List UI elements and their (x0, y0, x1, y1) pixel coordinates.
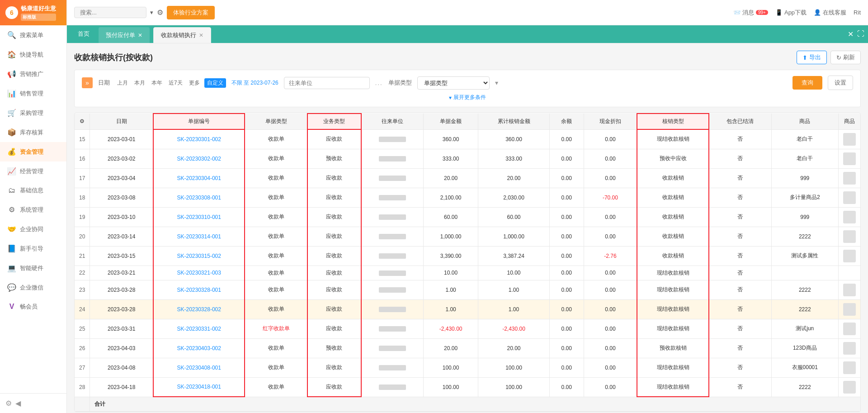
doc-no-link[interactable]: SK-20230315-002 (177, 253, 221, 259)
search-input[interactable] (74, 7, 146, 18)
gear-icon[interactable]: ⚙ (157, 8, 163, 17)
cell-balance: 0.00 (549, 280, 584, 299)
col-cancel-type: 核销类型 (637, 114, 709, 129)
cell-cancel-type: 收款核销 (637, 168, 709, 188)
sidebar-item-operations[interactable]: 📈 经营管理 (0, 161, 66, 181)
tab-prepay-close[interactable]: ✕ (138, 32, 142, 38)
username-label: Rit (854, 9, 861, 16)
sidebar-item-inventory[interactable]: 📦 库存核算 (0, 123, 66, 142)
cell-doc-no: SK-20230408-001 (153, 358, 245, 377)
cell-include-settled: 否 (709, 377, 771, 397)
more-btn[interactable]: 更多 (187, 78, 202, 88)
collapse-icon[interactable]: ◀ (15, 399, 21, 408)
sidebar-item-marketing[interactable]: 📢 营销推广 (0, 64, 66, 84)
cell-accum-cancel: 20.00 (478, 338, 549, 358)
cell-biz-type: 应收款 (307, 207, 361, 227)
cell-no: 26 (75, 338, 90, 358)
cell-amount: 1,000.00 (423, 227, 478, 246)
sidebar-item-search[interactable]: 🔍 搜索菜单 (0, 25, 66, 45)
doc-no-link[interactable]: SK-20230304-001 (177, 175, 221, 181)
doc-no-link[interactable]: SK-20230408-001 (177, 365, 221, 371)
close-tab-icon[interactable]: ✕ (848, 30, 854, 38)
username-item[interactable]: Rit (854, 9, 861, 16)
cell-date: 2023-04-18 (90, 377, 153, 397)
dropdown-icon[interactable]: ▾ (150, 9, 153, 16)
sidebar-item-quicknav[interactable]: 🏠 快捷导航 (0, 45, 66, 64)
cell-cancel-type: 收款核销 (637, 207, 709, 227)
cell-goods: 2222 (771, 280, 838, 299)
doc-no-link[interactable]: SK-20230328-001 (177, 287, 221, 293)
cell-cancel-type: 收款核销 (637, 227, 709, 246)
sidebar-item-sales[interactable]: 📊 销售管理 (0, 84, 66, 103)
tab-home[interactable]: 首页 (71, 25, 97, 43)
doc-no-link[interactable]: SK-20230418-001 (177, 384, 221, 390)
filter-row-2: ▾ 展开更多条件 (82, 94, 853, 101)
online-service-item[interactable]: 👤 在线客服 (814, 9, 846, 17)
col-settings[interactable]: ⚙ (75, 114, 90, 129)
doc-no-link[interactable]: SK-20230301-002 (177, 136, 221, 142)
filter-expand-button[interactable]: » (82, 77, 93, 88)
sidebar-item-member[interactable]: V 畅会员 (0, 297, 66, 316)
cell-date: 2023-03-31 (90, 319, 153, 338)
last-7days-btn[interactable]: 近7天 (167, 78, 184, 88)
sidebar-item-guide[interactable]: 📘 新手引导 (0, 239, 66, 258)
this-month-btn[interactable]: 本月 (132, 78, 147, 88)
sidebar-item-hardware[interactable]: 💻 智能硬件 (0, 258, 66, 278)
filter-settings-button[interactable]: 设置 (828, 76, 853, 90)
partner-input[interactable] (284, 77, 370, 89)
sidebar-item-system[interactable]: ⚙ 系统管理 (0, 200, 66, 219)
cell-doc-type: 收款单 (245, 246, 307, 266)
doc-no-link[interactable]: SK-20230331-002 (177, 326, 221, 332)
tab-collection[interactable]: 收款核销执行 ✕ (153, 27, 211, 43)
doc-no-link[interactable]: SK-20230302-002 (177, 156, 221, 162)
tab-prepay[interactable]: 预付应付单 ✕ (99, 27, 150, 43)
fullscreen-icon[interactable]: ⛶ (857, 30, 864, 38)
doc-no-link[interactable]: SK-20230308-001 (177, 195, 221, 201)
doc-no-link[interactable]: SK-20230321-003 (177, 270, 221, 276)
col-goods: 商品 (771, 114, 838, 129)
tab-collection-label: 收款核销执行 (161, 31, 196, 39)
cell-balance: 0.00 (549, 358, 584, 377)
voucher-type-select[interactable]: 单据类型 (417, 76, 490, 90)
table-row: 22 2023-03-21 SK-20230321-003 收款单 应收款 10… (75, 266, 860, 280)
doc-no-link[interactable]: SK-20230314-001 (177, 233, 221, 240)
finance-icon: 💰 (7, 147, 16, 156)
logo-name: 畅康道好生意 (21, 5, 56, 13)
cell-doc-no: SK-20230310-001 (153, 207, 245, 227)
refresh-button[interactable]: ↻ 刷新 (830, 51, 861, 64)
settings-icon[interactable]: ⚙ (5, 399, 12, 408)
cell-doc-no: SK-20230304-001 (153, 168, 245, 188)
cell-amount: 333.00 (423, 149, 478, 168)
member-icon: V (7, 303, 16, 311)
query-button[interactable]: 查询 (793, 76, 822, 90)
app-download-item[interactable]: 📱 App下载 (775, 9, 807, 17)
sidebar-item-wechat[interactable]: 💬 企业微信 (0, 278, 66, 297)
cell-balance: 0.00 (549, 319, 584, 338)
custom-btn[interactable]: 自定义 (204, 78, 226, 88)
sidebar-item-collab[interactable]: 🤝 企业协同 (0, 219, 66, 239)
last-month-btn[interactable]: 上月 (115, 78, 130, 88)
sidebar-item-base[interactable]: 🗂 基础信息 (0, 181, 66, 200)
table-row: 26 2023-04-03 SK-20230403-002 收款单 预收款 20… (75, 338, 860, 358)
export-button[interactable]: ⬆ 导出 (797, 51, 827, 64)
tab-prepay-label: 预付应付单 (106, 31, 135, 39)
search-menu-icon: 🔍 (7, 31, 16, 39)
cell-doc-type: 收款单 (245, 129, 307, 149)
sidebar-item-purchase[interactable]: 🛒 采购管理 (0, 103, 66, 123)
cell-doc-type: 收款单 (245, 188, 307, 207)
doc-no-link[interactable]: SK-20230403-002 (177, 345, 221, 351)
expand-more-btn[interactable]: ▾ 展开更多条件 (449, 94, 486, 101)
cell-date: 2023-03-15 (90, 246, 153, 266)
this-year-btn[interactable]: 本年 (150, 78, 164, 88)
home-icon: 🏠 (7, 50, 16, 59)
cell-accum-cancel: 333.00 (478, 149, 549, 168)
cell-cancel-type: 现结收款核销 (637, 266, 709, 280)
messages-item[interactable]: 📨 消息 99+ (733, 9, 768, 17)
sidebar-item-finance[interactable]: 💰 资金管理 (0, 142, 66, 161)
col-accum-cancel: 累计核销金额 (478, 114, 549, 129)
solution-button[interactable]: 体验行业方案 (167, 6, 215, 19)
doc-no-link[interactable]: SK-20230328-002 (177, 306, 221, 313)
col-goods2: 商品 (839, 114, 861, 129)
doc-no-link[interactable]: SK-20230310-001 (177, 214, 221, 220)
tab-collection-close[interactable]: ✕ (199, 32, 203, 38)
